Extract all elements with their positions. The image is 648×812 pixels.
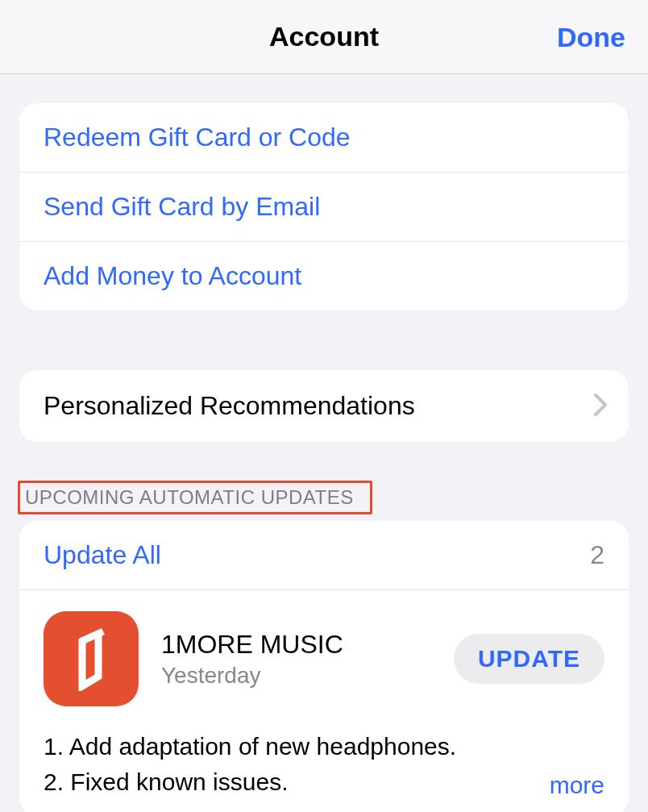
navbar-title: Account <box>269 21 379 52</box>
app-update-date: Yesterday <box>161 663 431 689</box>
redeem-gift-card-link[interactable]: Redeem Gift Card or Code <box>19 103 629 173</box>
app-icon[interactable] <box>44 611 139 706</box>
add-money-link[interactable]: Add Money to Account <box>19 242 629 310</box>
app-name: 1MORE MUSIC <box>161 630 431 660</box>
app-update-row: 1MORE MUSIC Yesterday UPDATE <box>19 590 629 721</box>
update-button[interactable]: UPDATE <box>454 634 604 684</box>
more-link[interactable]: more <box>550 772 604 799</box>
navbar: Account Done <box>0 0 648 74</box>
chevron-right-icon <box>593 393 608 420</box>
recommendations-section: Personalized Recommendations <box>19 370 629 442</box>
update-all-row: Update All 2 <box>19 521 629 590</box>
send-gift-card-link[interactable]: Send Gift Card by Email <box>19 173 629 242</box>
music-glyph-icon <box>63 627 119 691</box>
release-notes-text: 1. Add adaptation of new headphones. 2. … <box>44 729 456 799</box>
release-notes-row: 1. Add adaptation of new headphones. 2. … <box>19 721 629 812</box>
update-all-button[interactable]: Update All <box>44 540 161 570</box>
updates-card: Update All 2 1MORE MUSIC Yesterday UPDAT… <box>19 521 629 812</box>
gift-card-section: Redeem Gift Card or Code Send Gift Card … <box>19 103 629 310</box>
personalized-recommendations-row[interactable]: Personalized Recommendations <box>19 370 629 442</box>
updates-header-highlight: UPCOMING AUTOMATIC UPDATES <box>18 481 372 514</box>
done-button[interactable]: Done <box>557 21 625 52</box>
app-meta: 1MORE MUSIC Yesterday <box>161 630 431 689</box>
recommendations-label: Personalized Recommendations <box>44 391 415 421</box>
update-count: 2 <box>590 540 604 570</box>
updates-section-header: UPCOMING AUTOMATIC UPDATES <box>25 486 354 509</box>
